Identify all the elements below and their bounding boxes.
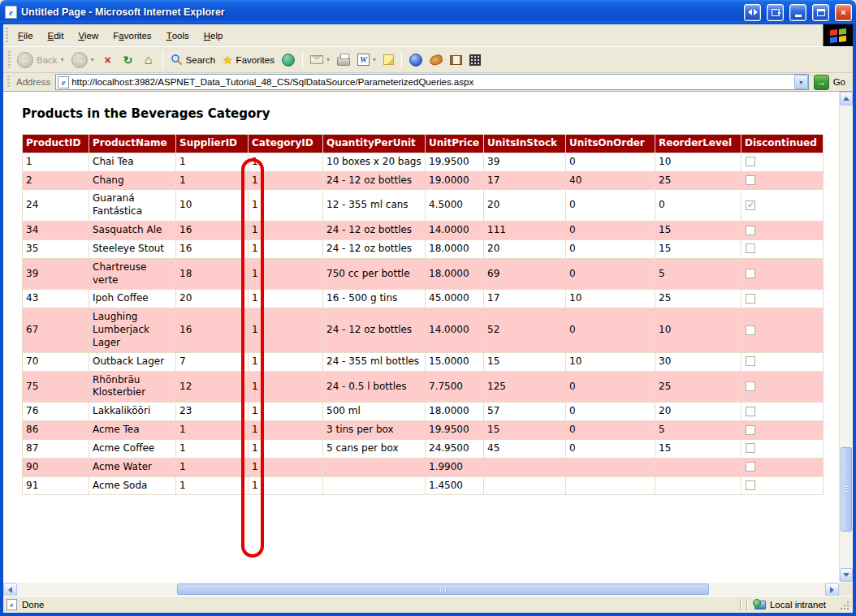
back-dropdown-icon[interactable]: ▾ — [61, 56, 64, 63]
mail-dropdown-icon[interactable]: ▾ — [326, 56, 330, 63]
table-cell: 25 — [655, 171, 741, 190]
table-cell: 17 — [484, 290, 566, 308]
table-cell: 15 — [655, 239, 741, 258]
table-cell: 24 — [23, 190, 89, 222]
menu-edit[interactable]: Edit — [41, 24, 71, 46]
scroll-right-button[interactable] — [825, 583, 839, 597]
page-title: Products in the Beverages Category — [22, 106, 839, 121]
scrollbar-corner — [839, 583, 853, 596]
column-header-categoryid: CategoryID — [249, 135, 323, 153]
toolbar-grip[interactable] — [8, 51, 11, 69]
table-cell: 10 — [566, 290, 655, 308]
table-cell: 19.9500 — [426, 153, 484, 171]
back-label: Back — [37, 55, 58, 65]
resize-grip[interactable] — [839, 600, 850, 610]
messenger-button[interactable] — [406, 52, 426, 68]
page-content: Products in the Beverages Category Produ… — [3, 92, 839, 582]
table-cell: 0 — [566, 153, 655, 171]
table-row: 67Laughing Lumberjack Lager16124 - 12 oz… — [23, 308, 824, 352]
scroll-down-button[interactable] — [840, 568, 853, 582]
refresh-button[interactable]: ↻ — [119, 52, 138, 68]
discontinued-checkbox — [746, 425, 755, 435]
home-button[interactable]: ⌂ — [139, 51, 158, 69]
table-cell: 18 — [176, 258, 249, 290]
horizontal-scroll-track[interactable] — [17, 583, 825, 596]
menubar-grip[interactable] — [6, 28, 8, 43]
table-cell: 7.7500 — [426, 371, 484, 403]
forward-button[interactable]: → ▾ — [68, 50, 97, 70]
table-cell: Acme Coffee — [89, 439, 176, 458]
popout-icon — [772, 9, 780, 16]
back-button[interactable]: ← Back ▾ — [14, 50, 67, 70]
menu-favorites[interactable]: Favorites — [106, 24, 158, 46]
search-button[interactable]: Search — [167, 52, 218, 67]
addressbar-grip[interactable] — [7, 75, 10, 88]
print-button[interactable] — [334, 52, 353, 67]
history-button[interactable] — [279, 52, 298, 68]
table-cell: 30 — [655, 352, 741, 371]
horizontal-scrollbar[interactable] — [3, 582, 853, 596]
reference-button[interactable] — [447, 54, 465, 67]
menu-file[interactable]: File — [11, 24, 41, 46]
products-table: ProductIDProductNameSupplierIDCategoryID… — [22, 134, 824, 495]
scroll-up-button[interactable] — [840, 92, 853, 106]
table-cell: 5 — [655, 258, 741, 290]
minimize-button[interactable] — [789, 4, 806, 21]
address-input[interactable] — [71, 77, 791, 87]
table-cell — [323, 458, 426, 476]
address-dropdown-button[interactable]: ▾ — [794, 75, 808, 89]
scroll-left-button[interactable] — [3, 583, 17, 597]
research-button[interactable] — [426, 54, 446, 67]
edit-dropdown-icon[interactable]: ▾ — [373, 56, 376, 63]
favorites-button[interactable]: ★ Favorites — [219, 52, 278, 68]
toolbar-separator — [302, 51, 303, 69]
go-button[interactable]: → — [814, 75, 829, 90]
mail-button[interactable]: ▾ — [307, 54, 333, 66]
vertical-scrollbar[interactable] — [839, 92, 853, 582]
close-button[interactable]: × — [835, 4, 852, 21]
address-field[interactable]: e ▾ — [55, 74, 808, 90]
vertical-scroll-thumb[interactable] — [841, 447, 852, 532]
popout-button[interactable] — [767, 4, 784, 21]
menu-help[interactable]: Help — [197, 24, 231, 46]
table-cell: 1 — [249, 171, 323, 190]
table-cell: 1 — [249, 290, 323, 308]
table-cell: 1 — [249, 403, 323, 421]
stop-button[interactable]: × — [98, 52, 118, 68]
menu-tools[interactable]: Tools — [159, 24, 197, 46]
discontinued-checkbox — [746, 443, 755, 453]
barcode-tool-button[interactable] — [466, 53, 484, 67]
table-cell: 1.4500 — [426, 476, 484, 495]
table-cell: 15 — [655, 439, 741, 458]
up-arrow-icon — [843, 97, 850, 101]
security-zone: Local intranet — [753, 600, 832, 610]
table-cell: 750 cc per bottle — [323, 258, 426, 290]
table-cell: 45 — [484, 439, 566, 458]
table-cell: 0 — [566, 258, 655, 290]
maximize-button[interactable] — [812, 4, 829, 21]
table-cell: 45.0000 — [426, 290, 484, 308]
table-cell: 16 — [176, 239, 249, 258]
discuss-button[interactable] — [380, 53, 397, 67]
table-row: 91Acme Soda111.4500 — [23, 476, 824, 495]
table-cell — [655, 458, 741, 476]
table-cell: 10 boxes x 20 bags — [323, 153, 426, 171]
page-icon: e — [58, 76, 69, 88]
menu-view[interactable]: View — [71, 24, 106, 46]
edit-with-word-button[interactable]: W ▾ — [354, 52, 379, 67]
table-cell: 15.0000 — [426, 352, 484, 371]
table-cell-discontinued — [741, 421, 824, 440]
table-row: 2Chang1124 - 12 oz bottles19.0000174025 — [23, 171, 824, 190]
table-cell: 14.0000 — [426, 308, 484, 352]
table-cell: 0 — [566, 222, 655, 240]
table-cell: 20 — [176, 290, 249, 308]
table-cell — [323, 476, 426, 495]
browser-window: e Untitled Page - Microsoft Internet Exp… — [0, 0, 856, 616]
discontinued-checkbox — [746, 407, 755, 416]
table-cell: Acme Tea — [89, 421, 176, 440]
forward-dropdown-icon[interactable]: ▾ — [91, 56, 94, 63]
screen-arrows-button[interactable] — [744, 4, 761, 21]
horizontal-scroll-thumb[interactable] — [177, 584, 709, 595]
table-cell: 43 — [23, 290, 89, 308]
table-cell-discontinued — [741, 171, 824, 190]
